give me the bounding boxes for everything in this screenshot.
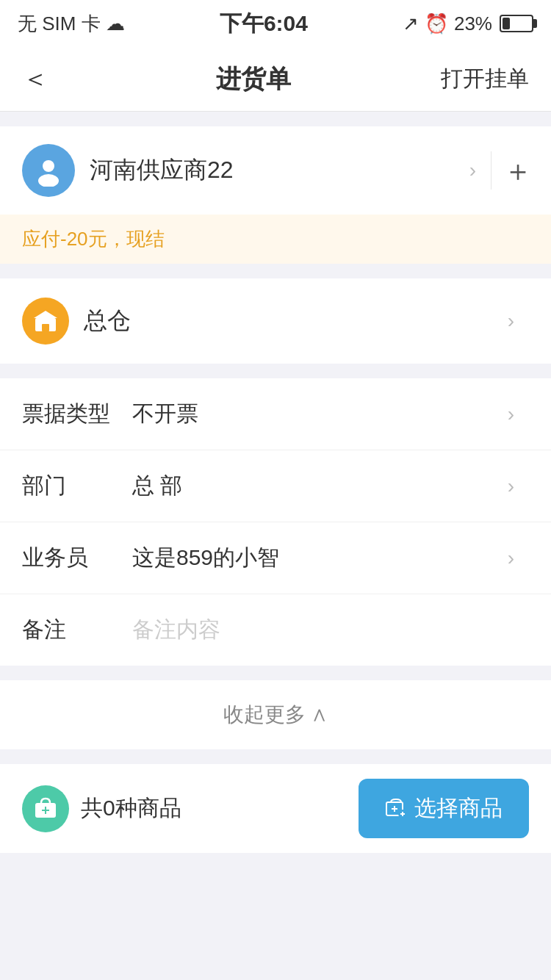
svg-point-0 [43,160,54,172]
supplier-chevron-icon: › [469,159,476,182]
invoice-type-chevron-icon: › [508,403,514,426]
department-label: 部门 [22,471,125,501]
product-icon-wrap [22,785,69,832]
warehouse-icon-wrap [22,298,69,345]
salesperson-label: 业务员 [22,543,125,573]
open-pending-button[interactable]: 打开挂单 [441,64,529,94]
battery-percent: 23% [454,12,492,35]
invoice-type-row[interactable]: 票据类型 不开票 › [0,378,551,450]
status-time: 下午6:04 [220,9,308,39]
status-bar: 无 SIM 卡 ☁ 下午6:04 ↗ ⏰ 23% [0,0,551,47]
status-left: 无 SIM 卡 ☁ [18,11,125,37]
department-chevron-icon: › [508,475,514,498]
salesperson-row[interactable]: 业务员 这是859的小智 › [0,522,551,594]
select-product-label: 选择商品 [414,793,503,824]
svg-point-1 [38,174,59,187]
supplier-section: 河南供应商22 › ＋ 应付-20元，现结 [0,126,551,264]
divider-1 [0,112,551,126]
collapse-row[interactable]: 收起更多 ∧ [0,680,551,749]
remark-row[interactable]: 备注 备注内容 [0,594,551,666]
product-count-text: 共0种商品 [81,793,181,824]
notice-banner: 应付-20元，现结 [0,215,551,264]
department-value: 总 部 [125,471,508,501]
bottom-bar: 共0种商品 选择商品 [0,764,551,853]
form-section: 票据类型 不开票 › 部门 总 部 › 业务员 这是859的小智 › 备注 备注… [0,378,551,666]
remark-input[interactable]: 备注内容 [125,615,529,645]
invoice-type-label: 票据类型 [22,399,125,429]
svg-rect-4 [42,324,49,331]
battery-icon [500,15,533,32]
collapse-label: 收起更多 ∧ [223,701,328,729]
back-button[interactable]: ＜ [22,61,66,97]
product-count-wrap: 共0种商品 [22,785,181,832]
salesperson-chevron-icon: › [508,547,514,570]
sim-label: 无 SIM 卡 ☁ [18,11,125,37]
department-row[interactable]: 部门 总 部 › [0,450,551,522]
page-title: 进货单 [216,62,291,96]
location-icon: ↗ [403,12,419,35]
remark-label: 备注 [22,615,125,645]
svg-marker-3 [34,311,57,318]
supplier-row[interactable]: 河南供应商22 › ＋ [0,126,551,215]
invoice-type-value: 不开票 [125,399,508,429]
status-right: ↗ ⏰ 23% [403,12,533,35]
select-product-icon [385,798,407,820]
warehouse-section[interactable]: 总仓 › [0,278,551,364]
warehouse-name: 总仓 [84,305,508,337]
supplier-name: 河南供应商22 [90,154,469,187]
nav-bar: ＜ 进货单 打开挂单 [0,47,551,112]
select-product-button[interactable]: 选择商品 [359,779,529,838]
alarm-icon: ⏰ [425,12,448,35]
salesperson-value: 这是859的小智 [125,543,508,573]
warehouse-chevron-icon: › [508,309,514,333]
supplier-avatar [22,144,75,197]
add-supplier-button[interactable]: ＋ [491,151,529,190]
